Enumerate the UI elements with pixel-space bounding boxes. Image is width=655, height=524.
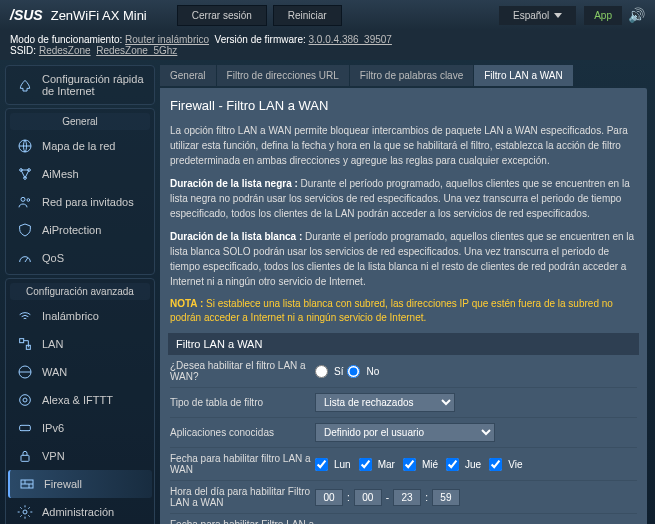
lock-icon [16,447,34,465]
row-days2-label: Fecha para habilitar Filtro LAN a WAN [170,519,315,524]
enable-no-radio[interactable] [347,365,360,378]
sidebar-quick-setup[interactable]: Configuración rápida de Internet [8,68,152,102]
sidebar-item-netmap[interactable]: Mapa de la red [8,132,152,160]
time-input[interactable] [354,489,382,506]
sidebar-item-label: QoS [42,252,64,264]
ssid1-link[interactable]: RedesZone [39,45,91,56]
yes-label: Sí [334,366,343,377]
sidebar-item-firewall[interactable]: Firewall [8,470,152,498]
day-checkbox-Lun[interactable] [315,458,328,471]
firmware-link[interactable]: 3.0.0.4.386_39507 [309,34,392,45]
day-label: Vie [508,459,522,470]
brand-logo: /SUS [10,7,43,23]
chevron-down-icon [554,13,562,18]
svg-point-10 [20,395,31,406]
page-title: Firewall - Filtro LAN a WAN [170,98,637,113]
day-label: Mié [422,459,438,470]
sidebar-item-wan[interactable]: WAN [8,358,152,386]
globe-icon [16,137,34,155]
time-input[interactable] [315,489,343,506]
sidebar-item-label: Configuración rápida de Internet [42,73,144,97]
lan-icon [16,335,34,353]
mode-link[interactable]: Router inalámbrico [125,34,209,45]
sidebar-item-label: IPv6 [42,422,64,434]
row-days1-label: Fecha para habilitar filtro LAN a WAN [170,453,315,475]
wifi-icon [16,307,34,325]
day-checkbox-Vie[interactable] [489,458,502,471]
language-select[interactable]: Español [499,6,576,25]
ipv6-icon [16,419,34,437]
note-text: Si establece una lista blanca con subred… [170,298,613,323]
voice-icon [16,391,34,409]
sidebar-item-aimesh[interactable]: AiMesh [8,160,152,188]
time-input[interactable] [432,489,460,506]
sidebar-group-general: General [10,113,150,130]
blacklist-label: Duración de la lista negra : [170,178,298,189]
desc-p1: La opción filtro LAN a WAN permite bloqu… [170,123,637,168]
sidebar-item-guest[interactable]: Red para invitados [8,188,152,216]
svg-rect-12 [21,455,29,461]
volume-icon[interactable]: 🔊 [628,7,645,23]
tab-general[interactable]: General [160,65,216,86]
day-checkbox-Jue[interactable] [446,458,459,471]
firewall-icon [18,475,36,493]
svg-point-9 [23,398,27,402]
ssid2-link[interactable]: RedesZone_5Ghz [96,45,177,56]
mesh-icon [16,165,34,183]
time-input[interactable] [393,489,421,506]
model-name: ZenWiFi AX Mini [51,8,147,23]
reboot-button[interactable]: Reiniciar [273,5,342,26]
logout-button[interactable]: Cerrar sesión [177,5,267,26]
sidebar-item-label: AiProtection [42,224,101,236]
gauge-icon [16,249,34,267]
tab-keyword-filter[interactable]: Filtro de palabras clave [350,65,473,86]
apps-select[interactable]: Definido por el usuario [315,423,495,442]
users-icon [16,193,34,211]
no-label: No [366,366,379,377]
note-label: NOTA : [170,298,203,309]
sidebar-item-label: Mapa de la red [42,140,115,152]
sidebar-item-label: Administración [42,506,114,518]
day-label: Mar [378,459,395,470]
sidebar-item-alexa[interactable]: Alexa & IFTTT [8,386,152,414]
sidebar-item-label: Alexa & IFTTT [42,394,113,406]
svg-point-5 [27,199,30,202]
sidebar-group-advanced: Configuración avanzada [10,283,150,300]
sidebar-item-label: Red para invitados [42,196,134,208]
note: NOTA : Si establece una lista blanca con… [170,297,637,325]
day-checkbox-Mié[interactable] [403,458,416,471]
enable-yes-radio[interactable] [315,365,328,378]
whitelist-label: Duración de la lista blanca : [170,231,302,242]
ssid-label: SSID: [10,45,36,56]
tab-lan-wan-filter[interactable]: Filtro LAN a WAN [474,65,573,86]
sidebar-item-label: AiMesh [42,168,79,180]
day-checkbox-Mar[interactable] [359,458,372,471]
day-label: Jue [465,459,481,470]
sidebar-item-admin[interactable]: Administración [8,498,152,524]
row-time1-label: Hora del día para habilitar Filtro LAN a… [170,486,315,508]
sidebar-item-aiprotection[interactable]: AiProtection [8,216,152,244]
row-apps-label: Aplicaciones conocidas [170,427,315,438]
language-label: Español [513,10,549,21]
desc-p2: Duración de la lista negra : Durante el … [170,176,637,221]
sidebar-item-wireless[interactable]: Inalámbrico [8,302,152,330]
gear-icon [16,503,34,521]
sidebar-item-label: Firewall [44,478,82,490]
svg-point-4 [21,197,25,201]
row-enable-label: ¿Desea habilitar el filtro LAN a WAN? [170,360,315,382]
desc-p3: Duración de la lista blanca : Durante el… [170,229,637,289]
sidebar-item-label: WAN [42,366,67,378]
sidebar-item-ipv6[interactable]: IPv6 [8,414,152,442]
sidebar-item-qos[interactable]: QoS [8,244,152,272]
rocket-icon [16,76,34,94]
app-button[interactable]: App [584,6,622,25]
sidebar-item-lan[interactable]: LAN [8,330,152,358]
sidebar-item-label: LAN [42,338,63,350]
wan-icon [16,363,34,381]
tab-url-filter[interactable]: Filtro de direcciones URL [217,65,349,86]
mode-label: Modo de funcionamiento: [10,34,122,45]
row-tabletype-label: Tipo de tabla de filtro [170,397,315,408]
tabletype-select[interactable]: Lista de rechazados [315,393,455,412]
section-filter: Filtro LAN a WAN [168,333,639,355]
sidebar-item-vpn[interactable]: VPN [8,442,152,470]
